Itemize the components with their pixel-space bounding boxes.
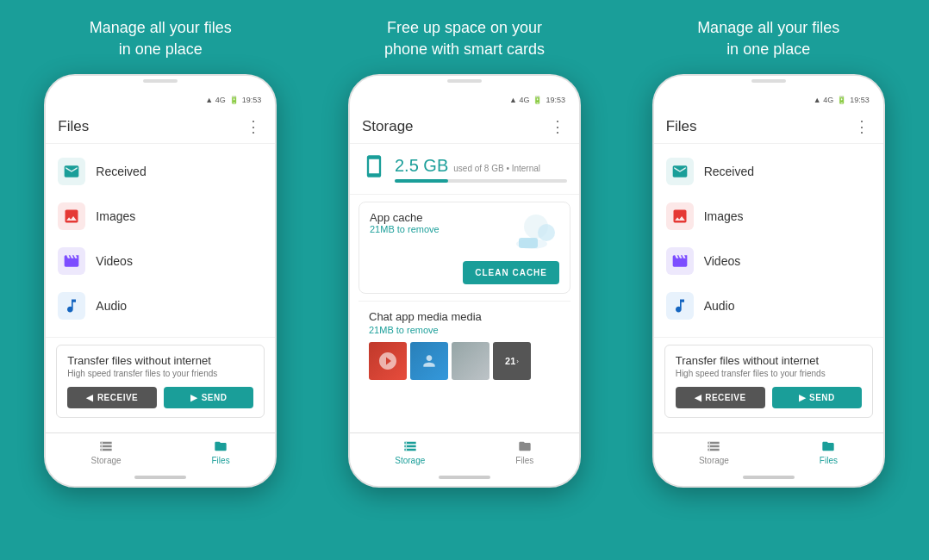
center-speaker <box>447 79 482 83</box>
storage-detail: used of 8 GB • Internal <box>453 164 540 173</box>
battery-icon: 🔋 <box>229 96 239 104</box>
list-item: Audio <box>654 283 883 328</box>
center-section: Free up space on your phone with smart c… <box>313 17 617 488</box>
right-images-label: Images <box>704 209 744 223</box>
center-time-display: 19:53 <box>546 96 565 104</box>
center-phone-content: 2.5 GB used of 8 GB • Internal App cache… <box>350 144 579 432</box>
storage-gb: 2.5 GB <box>395 156 448 176</box>
right-nav-files[interactable]: Files <box>819 439 838 465</box>
right-nav-storage[interactable]: Storage <box>699 439 729 465</box>
received-label: Received <box>96 165 146 178</box>
left-divider <box>46 337 275 338</box>
left-nav-files[interactable]: Files <box>211 439 230 465</box>
media-count: 21 <box>505 356 515 366</box>
left-status-icons: ▲ 4G 🔋 19:53 <box>205 96 261 104</box>
media-thumb-more: 21 › <box>493 342 531 380</box>
chat-media-size: 21MB to remove <box>369 325 560 335</box>
audio-label: Audio <box>96 299 127 313</box>
app-cache-size: 21MB to remove <box>370 224 440 234</box>
main-container: Manage all your files in one place ▲ 4G … <box>0 0 929 560</box>
storage-banner: 2.5 GB used of 8 GB • Internal <box>350 144 579 195</box>
media-thumb-3 <box>452 342 489 380</box>
right-phone: ▲ 4G 🔋 19:53 Files ⋮ Received <box>652 74 885 488</box>
center-home-bar <box>350 469 579 486</box>
right-home-bar <box>654 469 883 486</box>
list-item: Audio <box>46 283 275 328</box>
images-icon <box>58 202 85 230</box>
right-audio-icon <box>666 292 694 320</box>
time-display: 19:53 <box>242 96 262 104</box>
right-home-indicator <box>743 476 795 479</box>
center-speaker-area <box>350 76 579 86</box>
right-section: Manage all your files in one place ▲ 4G … <box>616 17 920 488</box>
right-storage-nav-label: Storage <box>699 456 729 465</box>
right-battery-icon: 🔋 <box>837 96 846 104</box>
center-storage-nav-label: Storage <box>395 456 425 465</box>
clean-cache-button[interactable]: CLEAN CACHE <box>463 261 559 284</box>
left-send-button[interactable]: ▶ SEND <box>164 387 253 408</box>
media-thumb-2 <box>410 342 448 380</box>
left-storage-nav-icon <box>97 439 115 454</box>
videos-icon <box>58 247 85 275</box>
left-files-title: Files <box>58 118 89 135</box>
left-transfer-section: Transfer files without internet High spe… <box>56 345 265 418</box>
app-cache-header: App cache 21MB to remove <box>370 211 559 254</box>
center-home-indicator <box>439 476 490 479</box>
left-files-nav-icon <box>211 439 230 454</box>
left-transfer-buttons: ◀ RECEIVE ▶ SEND <box>67 387 253 408</box>
storage-bar-fill <box>395 179 448 183</box>
list-item: Images <box>654 194 883 239</box>
center-nav-files[interactable]: Files <box>515 439 534 465</box>
chat-media-title: Chat app media media <box>369 310 560 323</box>
right-divider <box>654 337 883 338</box>
right-receive-arrow-icon: ◀ <box>695 393 702 402</box>
right-files-nav-label: Files <box>820 456 838 465</box>
left-receive-button[interactable]: ◀ RECEIVE <box>67 387 157 408</box>
center-files-nav-label: Files <box>515 456 533 465</box>
svg-point-1 <box>538 224 555 241</box>
right-received-label: Received <box>704 165 754 178</box>
chat-media-card: Chat app media media 21MB to remove <box>359 301 570 389</box>
right-status-icons: ▲ 4G 🔋 19:53 <box>814 96 870 104</box>
right-received-icon <box>666 158 694 185</box>
videos-label: Videos <box>96 254 133 268</box>
right-files-nav-icon <box>819 439 838 454</box>
left-speaker-area <box>46 76 275 86</box>
list-item: Received <box>46 149 275 194</box>
right-transfer-section: Transfer files without internet High spe… <box>664 345 873 418</box>
left-nav-storage[interactable]: Storage <box>91 439 122 465</box>
right-transfer-title: Transfer files without internet <box>676 354 862 367</box>
signal-icon: ▲ 4G <box>205 96 225 104</box>
left-phone-content: Received Images Videos <box>46 144 275 432</box>
svg-rect-3 <box>519 238 538 248</box>
left-menu-icon[interactable]: ⋮ <box>246 117 263 136</box>
app-cache-info: App cache 21MB to remove <box>370 211 440 234</box>
center-menu-icon[interactable]: ⋮ <box>550 117 567 136</box>
right-menu-icon[interactable]: ⋮ <box>854 117 871 136</box>
right-send-button[interactable]: ▶ SEND <box>772 387 862 408</box>
right-transfer-subtitle: High speed transfer files to your friend… <box>676 369 862 378</box>
right-receive-button[interactable]: ◀ RECEIVE <box>676 387 765 408</box>
left-status-bar: ▲ 4G 🔋 19:53 <box>46 86 275 110</box>
center-storage-title: Storage <box>362 118 414 135</box>
left-speaker <box>143 79 178 83</box>
center-nav-storage[interactable]: Storage <box>395 439 425 465</box>
center-status-icons: ▲ 4G 🔋 19:53 <box>509 96 565 104</box>
right-signal-icon: ▲ 4G <box>814 96 833 104</box>
right-videos-label: Videos <box>704 254 741 268</box>
right-time-display: 19:53 <box>850 96 870 104</box>
left-phone: ▲ 4G 🔋 19:53 Files ⋮ Received <box>44 74 277 488</box>
left-section: Manage all your files in one place ▲ 4G … <box>9 17 313 488</box>
app-cache-card: App cache 21MB to remove <box>359 202 570 294</box>
right-audio-label: Audio <box>704 299 735 313</box>
list-item: Images <box>46 194 275 239</box>
center-battery-icon: 🔋 <box>533 96 542 104</box>
left-bottom-nav: Storage Files <box>46 432 275 469</box>
right-phone-content: Received Images Videos <box>654 144 883 432</box>
phone-storage-icon <box>362 154 386 184</box>
app-cache-title: App cache <box>370 211 440 224</box>
right-bottom-nav: Storage Files <box>654 432 883 469</box>
right-speaker <box>751 79 786 83</box>
right-files-title: Files <box>666 118 697 135</box>
right-videos-icon <box>666 247 694 275</box>
